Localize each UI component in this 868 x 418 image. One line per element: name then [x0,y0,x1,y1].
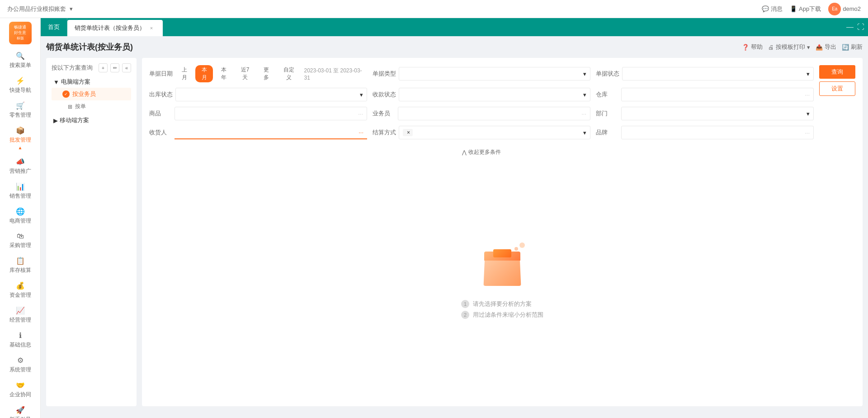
doc-status-select[interactable]: ▾ [622,67,814,81]
box-lid-flap [493,249,511,257]
out-status-label: 出库状态 [149,90,173,99]
salesperson-label: 业务员 [373,109,395,118]
salesperson-dots: ··· [581,110,586,117]
sidebar-item-purchase[interactable]: 🛍 采购管理 [0,228,40,253]
filter-date-cell: 单据日期 上月 本月 本年 近7天 更多 自定义 2023-03-01 至 20… [149,65,367,82]
scheme-sub-by-order[interactable]: ⊞ 按单 [52,100,131,113]
tab-maximize-btn[interactable]: ⛶ [857,23,864,31]
settings-btn[interactable]: 设置 [819,81,855,96]
sidebar-item-marketing[interactable]: 📣 营销推广 [0,154,40,179]
top-bar: 办公用品行业模拟账套 ▾ 💬 消息 📱 App下载 Ea demo2 [0,0,868,18]
user-menu[interactable]: Ea demo2 [828,3,861,15]
tab-close-icon[interactable]: × [148,24,155,32]
date-label: 单据日期 [149,70,173,78]
scheme-group-pc-header[interactable]: ▼ 电脑端方案 [52,76,131,88]
sidebar: 畅捷通好生意标版 🔍 搜索菜单 ⚡ 快捷导航 🛒 零售管理 📦 批发管理 ▲ 📣… [0,18,41,418]
receipt-status-select[interactable]: ▾ [399,88,590,101]
sidebar-item-retail[interactable]: 🛒 零售管理 [0,98,40,123]
department-arrow: ▾ [807,110,810,117]
sidebar-label-basic: 基础信息 [9,341,31,349]
sidebar-item-sales[interactable]: 📊 销售管理 [0,179,40,204]
dropdown-icon[interactable]: ▾ [70,5,73,12]
doc-type-select[interactable]: ▾ [399,67,590,81]
out-status-select[interactable]: ▾ [175,88,367,101]
export-btn[interactable]: 📤 导出 [816,43,836,51]
filter-doc-type-cell: 单据类型 ▾ [373,67,590,81]
help-btn[interactable]: ❓ 帮助 [742,43,763,51]
filter-out-status-cell: 出库状态 ▾ [149,88,367,101]
settlement-tag-close[interactable]: × [407,129,410,136]
sidebar-item-inventory[interactable]: 📋 库存核算 [0,253,40,278]
print-btn[interactable]: 🖨 按模板打印 ▾ [768,43,810,51]
filter-receipt-status-cell: 收款状态 ▾ [373,88,590,101]
sidebar-label-collab: 企业协同 [9,391,31,399]
scheme-item-by-salesperson[interactable]: ✓ 按业务员 [52,88,131,100]
filter-department-cell: 部门 ▾ [596,107,814,120]
doc-status-label: 单据状态 [596,70,619,78]
date-btn-last-month[interactable]: 上月 [175,65,193,82]
sidebar-item-system[interactable]: ⚙ 系统管理 [0,352,40,377]
collapse-panel-btn[interactable]: « [122,63,131,72]
avatar: Ea [828,3,841,15]
retail-icon: 🛒 [16,101,25,110]
empty-hint-2: 2 用过滤条件来缩小分析范围 [461,311,543,319]
left-panel-icons: + ✏ « [99,63,131,72]
box-body [484,256,521,286]
goods-input[interactable]: ··· [175,107,367,120]
btn-col: 查询 设置 [819,65,855,160]
sidebar-item-quicknav[interactable]: ⚡ 快捷导航 [0,73,40,98]
sidebar-label-marketing: 营销推广 [9,167,31,175]
scheme-group-pc: ▼ 电脑端方案 ✓ 按业务员 ⊞ 按单 [52,76,131,113]
collapse-icon: ⋀ [462,149,467,156]
print-dropdown-icon[interactable]: ▾ [807,44,810,51]
sidebar-item-ecommerce[interactable]: 🌐 电商管理 [0,204,40,228]
message-icon: 💬 [762,5,769,12]
settlement-input[interactable]: × ▾ [399,126,590,139]
top-bar-right: 💬 消息 📱 App下载 Ea demo2 [762,3,861,15]
tab-minimize-btn[interactable]: — [846,23,854,31]
guide-icon: 🚀 [16,406,25,414]
date-btn-more[interactable]: 更多 [257,65,275,82]
salesperson-input[interactable]: ··· [398,107,590,120]
sidebar-label-sales: 销售管理 [9,192,31,200]
consignee-input[interactable]: ··· [175,126,367,139]
collapse-btn[interactable]: ⋀ 收起更多条件 [149,145,814,160]
add-scheme-btn[interactable]: + [99,63,108,72]
tab-sales-stat[interactable]: 销货单统计表（按业务员） × [67,20,163,36]
sidebar-label-inventory: 库存核算 [9,266,31,274]
scheme-sub-icon: ⊞ [68,104,72,110]
page-header: 销货单统计表(按业务员) ❓ 帮助 🖨 按模板打印 ▾ 📤 导出 [46,42,863,52]
date-btn-7days[interactable]: 近7天 [235,65,255,82]
tab-home[interactable]: 首页 [41,18,67,36]
filter-brand-cell: 品牌 ··· [596,126,814,139]
doc-type-label: 单据类型 [373,70,396,78]
consignee-label: 收货人 [149,128,172,137]
sidebar-item-search[interactable]: 🔍 搜索菜单 [0,48,40,73]
date-btn-custom[interactable]: 自定义 [277,65,301,82]
sidebar-item-wholesale[interactable]: 📦 批发管理 ▲ [0,123,40,154]
top-bar-left: 办公用品行业模拟账套 ▾ [7,5,73,13]
refresh-btn[interactable]: 🔄 刷新 [842,43,863,51]
sidebar-item-finance[interactable]: 💰 资金管理 [0,278,40,303]
department-select[interactable]: ▾ [621,107,814,120]
scheme-group-mobile-header[interactable]: ▶ 移动端方案 [52,114,131,126]
filter-warehouse-cell: 仓库 ··· [596,88,814,101]
date-btn-this-month[interactable]: 本月 [195,65,213,82]
query-btn[interactable]: 查询 [819,65,855,79]
download-btn[interactable]: 📱 App下载 [790,5,821,13]
sidebar-label-ecommerce: 电商管理 [9,217,31,225]
sidebar-item-guide[interactable]: 🚀 新手引导 [0,402,40,418]
app-title: 办公用品行业模拟账套 [7,5,66,13]
sidebar-item-collab[interactable]: 🤝 企业协同 [0,377,40,402]
filter-row-3: 商品 ··· 业务员 [149,107,814,120]
edit-scheme-btn[interactable]: ✏ [110,63,119,72]
sidebar-item-basic[interactable]: ℹ 基础信息 [0,328,40,352]
filter-row-1: 单据日期 上月 本月 本年 近7天 更多 自定义 2023-03-01 至 20… [149,65,814,82]
sidebar-item-operations[interactable]: 📈 经营管理 [0,303,40,328]
warehouse-input[interactable]: ··· [621,88,814,101]
brand-input[interactable]: ··· [621,126,814,139]
goods-dots: ··· [358,110,363,117]
date-btn-this-year[interactable]: 本年 [215,65,233,82]
message-btn[interactable]: 💬 消息 [762,5,783,13]
tabs-right: — ⛶ [843,18,868,36]
